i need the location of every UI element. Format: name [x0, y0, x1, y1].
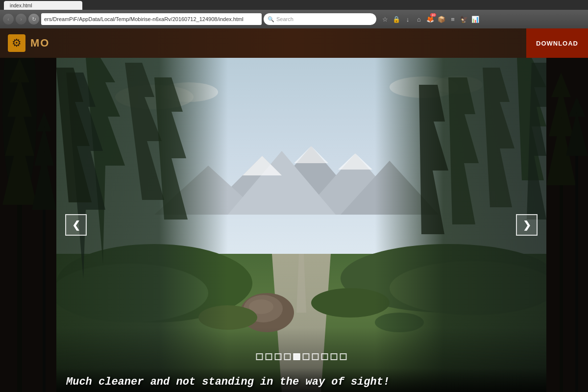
left-panel-svg	[0, 58, 56, 392]
app-logo-area: ⚙ MO	[8, 34, 49, 52]
svg-rect-16	[560, 185, 563, 392]
search-placeholder: Search	[276, 16, 294, 22]
extra-icon[interactable]: 🦅	[459, 14, 469, 24]
gear-symbol: ⚙	[12, 37, 22, 49]
browser-toolbar: ‹ › ↻ ers/DreamPiF/AppData/Local/Temp/Mo…	[0, 10, 588, 28]
prev-arrow-icon: ❮	[72, 219, 80, 231]
next-slide-button[interactable]: ❯	[516, 214, 538, 236]
svg-rect-7	[18, 205, 22, 392]
extra-icon-2[interactable]: 📊	[470, 14, 480, 24]
toolbar-icons: ☆ 🔒 ↓ ⌂ 🦊 10 📦 ≡ 🦅 📊	[380, 14, 480, 24]
browser-chrome: index.html ‹ › ↻ ers/DreamPiF/AppData/Lo…	[0, 0, 588, 28]
extensions-icon[interactable]: 🦊 10	[425, 14, 435, 24]
download-button[interactable]: DOWNLOAD	[526, 28, 588, 58]
prev-slide-button[interactable]: ❮	[65, 214, 87, 236]
caption-overlay: Much cleaner and not standing in the way…	[56, 368, 546, 392]
slide-dot-10[interactable]	[340, 353, 347, 360]
download-arrow-icon[interactable]: ↓	[403, 14, 413, 24]
tab-bar: index.html	[0, 0, 588, 10]
refresh-icon: ↻	[32, 16, 36, 23]
side-panel-right	[546, 58, 588, 392]
next-arrow-icon: ❯	[523, 219, 531, 231]
bookmark-icon[interactable]: ☆	[380, 14, 390, 24]
back-icon: ‹	[7, 16, 9, 22]
refresh-button[interactable]: ↻	[28, 14, 39, 24]
menu-icon[interactable]: ≡	[448, 14, 458, 24]
extensions-menu-icon[interactable]: 📦	[437, 14, 446, 24]
right-panel-svg	[546, 58, 588, 392]
tab-title: index.html	[10, 3, 32, 8]
slide-dot-9[interactable]	[331, 353, 338, 360]
slide-dot-3[interactable]	[275, 353, 282, 360]
nature-scene-svg	[56, 58, 546, 392]
download-label: DOWNLOAD	[536, 40, 578, 47]
address-text: ers/DreamPiF/AppData/Local/Temp/Mobirise…	[44, 16, 259, 22]
slide-dot-4[interactable]	[284, 353, 291, 360]
side-panel-left	[0, 58, 56, 392]
address-bar[interactable]: ers/DreamPiF/AppData/Local/Temp/Mobirise…	[41, 13, 262, 25]
caption-text: Much cleaner and not standing in the way…	[66, 376, 537, 388]
active-tab[interactable]: index.html	[4, 1, 82, 10]
main-content: ❮ ❯	[0, 58, 588, 392]
slide-dot-7[interactable]	[312, 353, 319, 360]
slide-dot-6[interactable]	[303, 353, 310, 360]
svg-rect-11	[43, 210, 46, 392]
forward-icon: ›	[20, 16, 22, 22]
page-wrapper: ⚙ MO DOWNLOAD	[0, 28, 588, 392]
app-name: MO	[30, 37, 49, 49]
slide-dot-2[interactable]	[266, 353, 272, 360]
search-bar[interactable]: 🔍 Search	[264, 13, 376, 25]
slide-dot-8[interactable]	[321, 353, 328, 360]
gear-logo-icon: ⚙	[8, 34, 25, 52]
app-header: ⚙ MO DOWNLOAD	[0, 28, 588, 58]
slider-image: ❮ ❯	[56, 58, 546, 392]
slide-dot-1[interactable]	[256, 353, 263, 360]
slide-dots	[256, 353, 347, 360]
lock-icon[interactable]: 🔒	[392, 14, 401, 24]
slide-dot-5[interactable]	[294, 353, 300, 360]
svg-rect-12	[546, 58, 588, 392]
slider-container: ❮ ❯	[56, 58, 546, 392]
svg-rect-19	[575, 156, 578, 392]
forward-button[interactable]: ›	[16, 14, 26, 24]
home-icon[interactable]: ⌂	[414, 14, 424, 24]
badge-count: 10	[430, 13, 436, 17]
back-button[interactable]: ‹	[3, 14, 14, 24]
search-icon: 🔍	[268, 16, 274, 23]
